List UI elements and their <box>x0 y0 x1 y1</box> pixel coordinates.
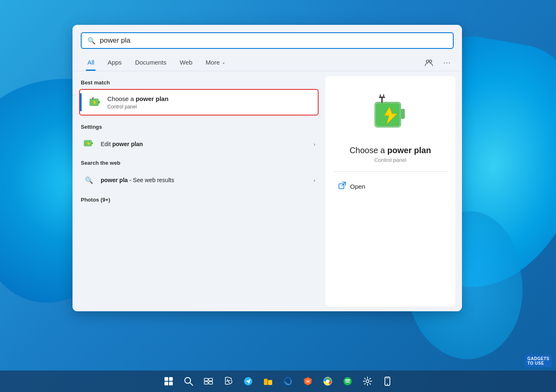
taskbar-start[interactable] <box>160 372 178 390</box>
switch-icon-button[interactable] <box>422 56 435 70</box>
search-input[interactable] <box>100 36 447 45</box>
left-panel: Best match <box>73 71 325 311</box>
edit-power-plan-arrow: › <box>314 141 315 147</box>
taskbar <box>0 370 556 392</box>
settings-section: Settings Edit power plan › <box>73 117 325 155</box>
edit-power-plan-item[interactable]: Edit power plan › <box>74 133 324 155</box>
taskbar-phone[interactable] <box>378 372 396 390</box>
telegram-icon <box>244 377 253 386</box>
best-match-subtitle: Control panel <box>107 104 312 110</box>
svg-rect-26 <box>204 378 208 381</box>
svg-rect-8 <box>92 142 93 144</box>
svg-rect-35 <box>268 380 272 385</box>
right-panel-power-icon <box>372 93 409 138</box>
svg-line-31 <box>226 380 230 381</box>
search-bar-container: 🔍 <box>73 25 462 55</box>
tabs-bar: All Apps Documents Web More ⌄ ··· <box>73 55 462 71</box>
svg-rect-21 <box>169 377 173 381</box>
svg-rect-28 <box>204 382 208 384</box>
svg-point-42 <box>366 380 369 383</box>
svg-rect-20 <box>164 377 168 381</box>
best-match-text: Choose a power plan Control panel <box>107 95 312 110</box>
best-match-title: Choose a power plan <box>107 95 312 103</box>
web-search-arrow: › <box>314 177 315 183</box>
taskbar-search-icon <box>184 377 193 386</box>
svg-rect-11 <box>401 109 405 119</box>
phone-icon <box>383 377 392 386</box>
power-plan-icon-large <box>373 94 408 137</box>
more-options-button[interactable]: ··· <box>440 56 454 70</box>
photos-label: Photos (9+) <box>81 197 317 203</box>
taskbar-edge[interactable] <box>279 372 297 390</box>
svg-rect-27 <box>209 378 213 381</box>
widgets-icon <box>224 377 233 386</box>
right-panel-divider <box>334 171 447 172</box>
web-search-icon: 🔍 <box>82 173 96 187</box>
svg-point-1 <box>429 60 432 63</box>
taskbar-telegram[interactable] <box>239 372 257 390</box>
content-area: Best match <box>73 71 462 311</box>
open-label: Open <box>350 183 365 190</box>
taskbar-brave[interactable] <box>299 372 317 390</box>
svg-point-6 <box>93 97 94 98</box>
windows-icon <box>164 377 173 386</box>
edit-power-plan-icon <box>82 137 96 151</box>
best-match-item[interactable]: Choose a power plan Control panel <box>79 89 319 115</box>
tab-more[interactable]: More ⌄ <box>199 55 232 71</box>
photos-section: Photos (9+) <box>73 191 325 203</box>
left-accent-bar <box>80 93 82 111</box>
best-match-power-icon <box>87 95 102 110</box>
svg-rect-23 <box>169 382 173 385</box>
ellipsis-icon: ··· <box>443 58 451 67</box>
taskbar-spotify[interactable] <box>338 372 357 390</box>
taskbar-settings[interactable] <box>358 372 377 390</box>
svg-point-40 <box>326 380 329 383</box>
right-panel-title: Choose a power plan <box>350 146 431 155</box>
search-input-wrapper[interactable]: 🔍 <box>81 32 454 49</box>
tab-web[interactable]: Web <box>173 55 199 71</box>
edit-power-plan-text: Edit power plan <box>101 141 309 147</box>
svg-point-0 <box>426 60 429 63</box>
taskbar-chrome[interactable] <box>319 372 337 390</box>
more-dropdown-arrow: ⌄ <box>222 60 225 65</box>
svg-rect-22 <box>164 382 168 385</box>
explorer-icon <box>263 377 273 386</box>
svg-point-44 <box>387 384 388 385</box>
web-search-label: Search the web <box>73 160 325 169</box>
edge-icon <box>283 377 293 386</box>
tab-all[interactable]: All <box>81 55 101 71</box>
taskbar-widgets[interactable] <box>219 372 237 390</box>
chrome-icon <box>323 377 332 386</box>
settings-label: Settings <box>73 124 325 133</box>
power-plan-icon-small <box>88 96 102 109</box>
right-panel-subtitle: Control panel <box>374 157 406 163</box>
search-icon: 🔍 <box>87 37 96 45</box>
search-panel: 🔍 All Apps Documents Web More ⌄ <box>73 25 462 311</box>
web-search-text: power pla - See web results <box>101 177 309 183</box>
svg-point-41 <box>343 377 352 385</box>
svg-rect-3 <box>98 101 100 103</box>
best-match-label: Best match <box>73 79 325 89</box>
tab-icon-group: ··· <box>422 56 454 70</box>
tab-documents[interactable]: Documents <box>128 55 173 71</box>
tab-apps[interactable]: Apps <box>101 55 128 71</box>
taskbar-taskview[interactable] <box>199 372 218 390</box>
open-button[interactable]: Open <box>334 178 447 195</box>
taskview-icon <box>204 377 213 386</box>
brave-icon <box>303 377 312 386</box>
svg-rect-29 <box>209 382 213 384</box>
right-panel: Choose a power plan Control panel Open <box>325 76 455 306</box>
svg-line-25 <box>190 383 193 386</box>
spotify-icon <box>343 377 352 386</box>
settings-icon <box>363 377 372 386</box>
taskbar-search[interactable] <box>179 372 198 390</box>
watermark: GADGETS TO USE <box>525 355 552 367</box>
open-external-icon <box>338 182 346 191</box>
web-search-section: Search the web 🔍 power pla - See web res… <box>73 155 325 191</box>
tab-more-label: More ⌄ <box>205 59 225 66</box>
taskbar-explorer[interactable] <box>259 372 277 390</box>
web-search-item[interactable]: 🔍 power pla - See web results › <box>74 169 324 191</box>
people-icon <box>425 59 433 67</box>
